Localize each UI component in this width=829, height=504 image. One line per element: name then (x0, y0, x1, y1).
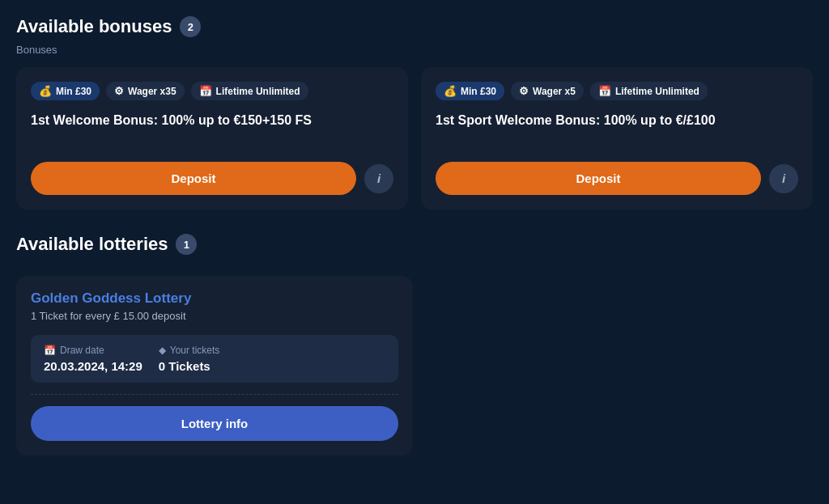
lotteries-section-header: Available lotteries 1 (16, 234, 813, 255)
tickets-icon: ◆ (159, 345, 166, 356)
lottery-info-button[interactable]: Lottery info (31, 406, 398, 441)
lottery-tickets-value: 0 Tickets (159, 359, 220, 373)
bonus-card-2-tags: 💰 Min £30 ⚙ Wager x5 📅 Lifetime Unlimite… (436, 82, 798, 100)
bonus-card-1-tags: 💰 Min £30 ⚙ Wager x35 📅 Lifetime Unlimit… (31, 82, 393, 100)
bonus-tag-lifetime-2: 📅 Lifetime Unlimited (590, 82, 708, 100)
bonuses-grid: 💰 Min £30 ⚙ Wager x35 📅 Lifetime Unlimit… (16, 67, 813, 210)
min-icon-2: 💰 (444, 85, 457, 97)
lottery-tickets-col: ◆ Your tickets 0 Tickets (159, 345, 220, 373)
bonus-card-2: 💰 Min £30 ⚙ Wager x5 📅 Lifetime Unlimite… (421, 67, 813, 210)
bonus-title-1: 1st Welcome Bonus: 100% up to €150+150 F… (31, 112, 393, 147)
lotteries-section: Available lotteries 1 Golden Goddess Lot… (16, 234, 813, 455)
bonus-actions-1: Deposit i (31, 162, 393, 195)
lottery-draw-value: 20.03.2024, 14:29 (44, 359, 142, 373)
bonus-tag-wager-2: ⚙ Wager x5 (511, 82, 584, 100)
lottery-tickets-label: ◆ Your tickets (159, 345, 220, 356)
lottery-info-row: 📅 Draw date 20.03.2024, 14:29 ◆ Your tic… (31, 335, 398, 383)
bonus-tag-min-2: 💰 Min £30 (436, 82, 504, 100)
lifetime-icon-1: 📅 (199, 85, 212, 97)
lotteries-count-badge: 1 (176, 234, 197, 255)
lottery-name: Golden Goddess Lottery (31, 290, 398, 307)
bonus-tag-min-1: 💰 Min £30 (31, 82, 100, 100)
lottery-draw-label: 📅 Draw date (44, 345, 142, 356)
wager-icon-2: ⚙ (519, 85, 529, 97)
bonuses-label: Bonuses (16, 44, 813, 56)
wager-icon-1: ⚙ (114, 85, 124, 97)
bonus-card-1: 💰 Min £30 ⚙ Wager x35 📅 Lifetime Unlimit… (16, 67, 408, 210)
bonus-actions-2: Deposit i (436, 162, 798, 195)
info-button-1[interactable]: i (364, 164, 393, 193)
deposit-button-1[interactable]: Deposit (31, 162, 356, 195)
lifetime-icon-2: 📅 (598, 85, 611, 97)
min-icon-1: 💰 (39, 85, 52, 97)
bonus-tag-lifetime-1: 📅 Lifetime Unlimited (191, 82, 308, 100)
lotteries-title: Available lotteries (16, 234, 168, 255)
bonus-tag-wager-1: ⚙ Wager x35 (106, 82, 185, 100)
deposit-button-2[interactable]: Deposit (436, 162, 761, 195)
lottery-draw-col: 📅 Draw date 20.03.2024, 14:29 (44, 345, 142, 373)
bonuses-section-header: Available bonuses 2 (16, 16, 813, 37)
draw-date-icon: 📅 (44, 345, 56, 356)
bonus-title-2: 1st Sport Welcome Bonus: 100% up to €/£1… (436, 112, 798, 147)
bonuses-count-badge: 2 (180, 16, 201, 37)
lottery-subtitle: 1 Ticket for every £ 15.00 deposit (31, 310, 398, 322)
lottery-card: Golden Goddess Lottery 1 Ticket for ever… (16, 276, 413, 455)
info-button-2[interactable]: i (769, 164, 798, 193)
bonuses-title: Available bonuses (16, 16, 172, 37)
lottery-divider (31, 394, 398, 395)
